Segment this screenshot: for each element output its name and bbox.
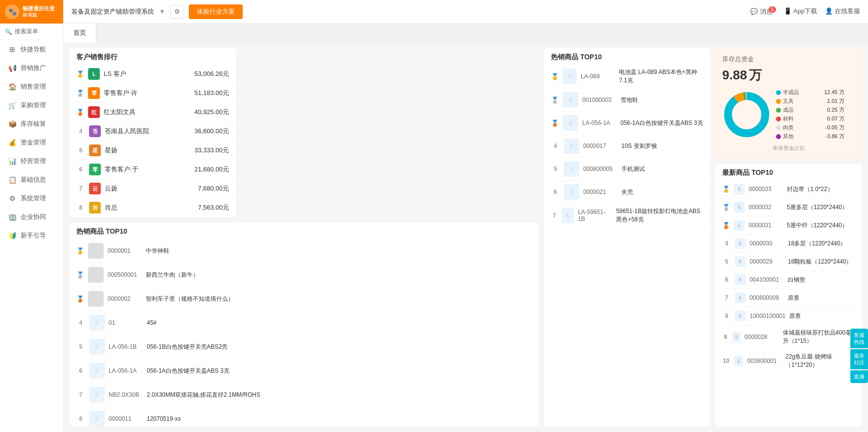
product-image: 6 xyxy=(563,69,577,84)
rank-medal: 🥇 xyxy=(722,186,730,193)
legend-value: 12.45 万 xyxy=(824,89,845,96)
app-download-button[interactable]: 📱 App下载 xyxy=(784,7,817,16)
rank-number: 5 xyxy=(76,343,85,350)
trial-button[interactable]: 体验行业方案 xyxy=(189,4,243,19)
product-name: 5厘中纤（1220*2440） xyxy=(787,221,848,230)
tab-home[interactable]: 首页 xyxy=(64,24,96,42)
legend-dot xyxy=(776,117,781,121)
sidebar-item-marketing[interactable]: 📢 营销推广 xyxy=(0,59,63,77)
product-icon: 6 xyxy=(734,184,745,194)
sidebar-search-area[interactable]: 🔍 搜索菜单 xyxy=(0,24,63,40)
customer-name: 星扬 xyxy=(105,146,190,155)
product-name: 056-1B白色按键开关壳ABS2壳 xyxy=(147,343,228,351)
product-code: 003800001 xyxy=(747,358,781,364)
float-service-1[interactable]: 服务社区 xyxy=(850,349,868,369)
page-tabs: 首页 xyxy=(64,24,868,42)
rank-number: 4 xyxy=(551,143,560,149)
settings-icon[interactable]: ⚙ xyxy=(170,5,184,19)
rank-medal: 🥉 xyxy=(76,109,84,116)
inventory-unit: 万 xyxy=(749,67,762,84)
mid-column: 热销商品 TOP10 🥇 6 LA-089 电池盖 LA-089 ABS本色+黑… xyxy=(544,48,710,426)
basic-label: 基础信息 xyxy=(21,175,46,184)
product-name: 22g鱼豆腐·烧烤味（1*12*20） xyxy=(785,353,855,369)
product-code: 0000002 xyxy=(108,295,142,302)
product-code: 001000002 xyxy=(582,96,617,103)
product-image: 6 xyxy=(564,184,579,200)
rank-number: 7 xyxy=(76,391,85,398)
legend-label: 其他 xyxy=(783,133,823,140)
sidebar-item-operation[interactable]: 📊 经营管理 xyxy=(0,152,63,170)
product-name: 2.0X30MM双搓花轴,搓花直径2.1MM/ROHS xyxy=(147,391,260,399)
customer-avatar: 苍 xyxy=(89,125,101,137)
newest-products-title: 最新商品 TOP10 xyxy=(715,164,862,180)
search-menu-button[interactable]: 🔍 搜索菜单 xyxy=(5,27,58,36)
rank-number: 6 xyxy=(76,166,85,173)
sidebar-item-inventory[interactable]: 📦 库存核算 xyxy=(0,115,63,133)
hot-products-mid-title: 热销商品 TOP10 xyxy=(544,48,710,65)
list-item: 5 6 LA-056-1B 056-1B白色按键开关壳ABS2壳 xyxy=(69,335,539,359)
main-area: 装备及固定资产辅助管理系统 ▼ ⚙ 体验行业方案 💬 消息6 📱 App下载 👤… xyxy=(64,0,868,432)
guide-label: 新手引导 xyxy=(21,231,46,240)
product-code: 0000031 xyxy=(749,222,783,229)
finance-icon: 💰 xyxy=(8,138,17,147)
rank-medal: 🥉 xyxy=(551,120,559,127)
product-icon: 6 xyxy=(734,220,745,231)
sidebar-item-finance[interactable]: 💰 资金管理 xyxy=(0,133,63,152)
sidebar-item-guide[interactable]: 🔰 新手引导 xyxy=(0,226,63,245)
product-image: 6 xyxy=(89,363,105,379)
rank-medal: 🥇 xyxy=(551,73,559,80)
float-service-0[interactable]: 客服热线 xyxy=(850,329,868,349)
sidebar-item-purchase[interactable]: 🛒 采购管理 xyxy=(0,96,63,115)
list-item: 5 6 000800005 手机测试 xyxy=(544,158,710,181)
table-row: 6 零 零售客户·于 21,680.00元 xyxy=(69,160,236,179)
message-button[interactable]: 💬 消息6 xyxy=(750,7,776,16)
float-service: 客服热线服务社区直播 xyxy=(850,329,868,383)
legend-item: 半成品 12.45 万 xyxy=(776,89,845,96)
online-service-button[interactable]: 👤 在线客服 xyxy=(825,7,860,16)
enterprise-label: 企业协同 xyxy=(21,213,46,221)
sidebar-item-system[interactable]: ⚙ 系统管理 xyxy=(0,189,63,208)
donut-chart xyxy=(722,90,771,141)
list-item: 5 6 0000029 18颗粒板（1220*2440） xyxy=(715,253,862,271)
rank-medal: 🥈 xyxy=(722,204,730,211)
customer-name: 肖总 xyxy=(105,203,194,212)
rank-medal: 🥉 xyxy=(76,295,84,303)
float-service-2[interactable]: 直播 xyxy=(850,370,868,383)
product-code: 0000032 xyxy=(749,204,783,211)
sidebar-item-enterprise[interactable]: 🏢 企业协同 xyxy=(0,208,63,226)
inventory-legend: 半成品 12.45 万 文具 1.01 万 成品 0.25 万 材料 0.07 … xyxy=(776,89,845,142)
quick-nav-icon: ⊞ xyxy=(8,45,17,54)
table-row: 🥈 零 零售客户·许 51,183.00元 xyxy=(69,84,236,103)
list-item: 🥈 6 001000002 雪地鞋 xyxy=(544,89,710,112)
product-name: 056-1A白色按键开关盖ABS 3克 xyxy=(147,367,229,375)
list-item: 6 6 LA-056-1A 056-1A白色按键开关盖ABS 3克 xyxy=(69,359,539,383)
sidebar-item-sales[interactable]: 🏠 销售管理 xyxy=(0,77,63,96)
donut-area: 半成品 12.45 万 文具 1.01 万 成品 0.25 万 材料 0.07 … xyxy=(722,89,855,142)
finance-label: 资金管理 xyxy=(21,138,46,147)
legend-label: 肉类 xyxy=(783,124,823,131)
newest-products-panel: 最新商品 TOP10 🥇 6 0000033 封边带（1.0*22） 🥈 6 0… xyxy=(715,164,862,426)
list-item: 7 6 000800008 原查 xyxy=(715,289,862,307)
list-item: 8 6 10000100001 原查 xyxy=(715,307,862,325)
sidebar-item-quick-nav[interactable]: ⊞ 快捷导航 xyxy=(0,40,63,59)
customer-name: 零售客户·于 xyxy=(105,165,190,174)
product-code: 000800008 xyxy=(750,294,784,301)
rank-number: 4 xyxy=(76,319,85,326)
system-label: 系统管理 xyxy=(21,194,46,203)
customer-name: 红太阳文具 xyxy=(104,108,190,117)
message-count: 6 xyxy=(769,6,777,13)
legend-label: 材料 xyxy=(783,115,825,122)
sidebar-item-basic[interactable]: 📋 基础信息 xyxy=(0,170,63,189)
list-item: 🥈 000500001 新西兰牛肉（新牛） xyxy=(69,263,539,287)
list-item: 🥇 6 0000033 封边带（1.0*22） xyxy=(715,180,862,198)
rank-medal: 🥇 xyxy=(76,71,84,78)
list-item: 4 6 0000030 18多层（1220*2440） xyxy=(715,235,862,253)
list-item: 🥇 0000001 中华神鞋 xyxy=(69,239,539,263)
legend-dot xyxy=(776,90,781,95)
product-name: 新西兰牛肉（新牛） xyxy=(146,271,199,279)
product-code: 0000011 xyxy=(109,415,143,422)
legend-label: 成品 xyxy=(783,106,825,114)
legend-item: 成品 0.25 万 xyxy=(776,106,845,114)
rank-number: 8 xyxy=(76,415,85,422)
header-dropdown-icon[interactable]: ▼ xyxy=(159,8,165,15)
